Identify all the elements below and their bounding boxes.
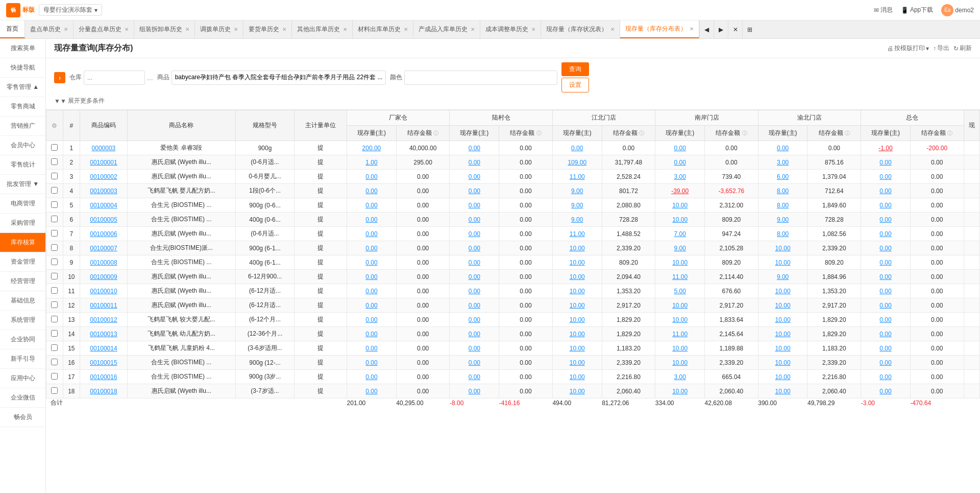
row-w1-qty[interactable]: 0.00 (347, 313, 397, 327)
row-w4-qty[interactable]: 10.00 (655, 298, 705, 313)
tab-home[interactable]: 首页 (0, 20, 25, 38)
row-w5-qty[interactable]: 9.00 (758, 270, 807, 284)
row-select[interactable] (46, 227, 63, 241)
tab-close-btn[interactable]: ✕ (728, 20, 742, 38)
row-code[interactable]: 00100013 (80, 327, 128, 341)
close-icon[interactable]: ✕ (125, 27, 129, 32)
row-w1-qty[interactable]: 0.00 (347, 198, 397, 213)
close-icon[interactable]: ✕ (610, 27, 615, 32)
product-input[interactable] (172, 71, 386, 85)
row-w2-qty[interactable]: 0.00 (450, 270, 499, 284)
row-w1-qty[interactable]: 0.00 (347, 184, 397, 198)
warehouse-dots[interactable]: ... (147, 74, 153, 82)
row-w4-qty[interactable]: 0.00 (655, 141, 705, 155)
row-w5-qty[interactable]: 10.00 (758, 284, 807, 298)
row-code[interactable]: 00100016 (80, 370, 128, 384)
row-w1-qty[interactable]: 0.00 (347, 284, 397, 298)
row-w3-qty[interactable]: 10.00 (552, 284, 602, 298)
row-select[interactable] (46, 170, 63, 184)
row-w2-qty[interactable]: 0.00 (450, 170, 499, 184)
row-w2-qty[interactable]: 0.00 (450, 255, 499, 270)
row-select[interactable] (46, 370, 63, 384)
row-select[interactable] (46, 356, 63, 370)
row-w4-qty[interactable]: 11.00 (655, 270, 705, 284)
row-w5-qty[interactable]: 6.00 (758, 170, 807, 184)
row-code[interactable]: 00100015 (80, 356, 128, 370)
row-w2-qty[interactable]: 0.00 (450, 284, 499, 298)
row-w1-qty[interactable]: 0.00 (347, 227, 397, 241)
row-w3-qty[interactable]: 0.00 (552, 141, 602, 155)
sidebar-item-search[interactable]: 搜索英单 (0, 39, 45, 58)
col-gear[interactable]: ⚙ (46, 110, 63, 141)
row-w4-qty[interactable]: -39.00 (655, 184, 705, 198)
row-w1-qty[interactable]: 0.00 (347, 370, 397, 384)
tab-yaohuo[interactable]: 要货单历史 ✕ (243, 20, 292, 38)
row-w3-qty[interactable]: 9.00 (552, 213, 602, 227)
tab-fenpandian[interactable]: 分量盘点单历史 ✕ (74, 20, 134, 38)
row-total-qty[interactable]: 0.00 (861, 313, 911, 327)
row-w1-qty[interactable]: 0.00 (347, 327, 397, 341)
color-input[interactable] (404, 71, 557, 85)
row-w3-qty[interactable]: 10.00 (552, 370, 602, 384)
row-w2-qty[interactable]: 0.00 (450, 384, 499, 398)
row-w4-qty[interactable]: 10.00 (655, 213, 705, 227)
close-icon[interactable]: ✕ (690, 26, 694, 32)
print-btn[interactable]: 🖨 按模版打印 ▾ (887, 44, 929, 53)
row-code[interactable]: 0000003 (80, 141, 128, 155)
tab-diaobo[interactable]: 调拨单历史 ✕ (195, 20, 243, 38)
row-select[interactable] (46, 241, 63, 255)
row-code[interactable]: 00100008 (80, 255, 128, 270)
row-w2-qty[interactable]: 0.00 (450, 227, 499, 241)
row-code[interactable]: 00100001 (80, 155, 128, 170)
row-w2-qty[interactable]: 0.00 (450, 184, 499, 198)
row-total-qty[interactable]: 0.00 (861, 370, 911, 384)
row-select[interactable] (46, 313, 63, 327)
sidebar-item-operation[interactable]: 经营管理 (0, 272, 45, 291)
row-total-qty[interactable]: 0.00 (861, 384, 911, 398)
warehouse-input[interactable] (84, 71, 145, 85)
row-select[interactable] (46, 327, 63, 341)
sidebar-item-purchase[interactable]: 采购管理 (0, 214, 45, 233)
row-w3-qty[interactable]: 9.00 (552, 184, 602, 198)
row-total-qty[interactable]: 0.00 (861, 341, 911, 356)
row-total-qty[interactable]: 0.00 (861, 327, 911, 341)
row-code[interactable]: 00100009 (80, 270, 128, 284)
row-total-qty[interactable]: 0.00 (861, 213, 911, 227)
row-code[interactable]: 00100018 (80, 384, 128, 398)
sidebar-item-retailmall[interactable]: 零售商城 (0, 97, 45, 116)
tab-prev-btn[interactable]: ◀ (699, 20, 714, 38)
row-w3-qty[interactable]: 10.00 (552, 270, 602, 284)
row-w3-qty[interactable]: 10.00 (552, 298, 602, 313)
tab-chenben[interactable]: 成本调整单历史 ✕ (480, 20, 541, 38)
tab-xiancunkuang[interactable]: 现存量（库存状况表） ✕ (541, 20, 620, 38)
row-select[interactable] (46, 155, 63, 170)
row-select[interactable] (46, 270, 63, 284)
sidebar-item-nav[interactable]: 快捷导航 (0, 58, 45, 78)
tab-zuhe[interactable]: 组装拆卸单历史 ✕ (134, 20, 195, 38)
row-w2-qty[interactable]: 0.00 (450, 198, 499, 213)
row-total-qty[interactable]: 0.00 (861, 184, 911, 198)
row-w5-qty[interactable]: 9.00 (758, 213, 807, 227)
row-total-qty[interactable]: 0.00 (861, 170, 911, 184)
tab-xiancunfenbu[interactable]: 现存量（库存分布表） ✕ (620, 20, 699, 38)
user-area[interactable]: Ea demo2 (941, 4, 974, 16)
row-code[interactable]: 00100004 (80, 198, 128, 213)
close-icon[interactable]: ✕ (64, 27, 68, 32)
row-w4-qty[interactable]: 10.00 (655, 341, 705, 356)
row-w5-qty[interactable]: 0.00 (758, 141, 807, 155)
row-code[interactable]: 00100010 (80, 284, 128, 298)
sidebar-item-basic[interactable]: 基础信息 (0, 291, 45, 311)
row-w1-qty[interactable]: 0.00 (347, 170, 397, 184)
row-total-qty[interactable]: 0.00 (861, 155, 911, 170)
row-code[interactable]: 00100007 (80, 241, 128, 255)
row-total-qty[interactable]: 0.00 (861, 356, 911, 370)
row-w3-qty[interactable]: 11.00 (552, 227, 602, 241)
close-icon[interactable]: ✕ (282, 27, 286, 32)
row-w5-qty[interactable]: 10.00 (758, 327, 807, 341)
row-w1-qty[interactable]: 0.00 (347, 384, 397, 398)
row-w5-qty[interactable]: 8.00 (758, 227, 807, 241)
row-w4-qty[interactable]: 11.00 (655, 327, 705, 341)
row-w2-qty[interactable]: 0.00 (450, 356, 499, 370)
row-w5-qty[interactable]: 10.00 (758, 255, 807, 270)
sidebar-item-wechat[interactable]: 企业微信 (0, 388, 45, 408)
